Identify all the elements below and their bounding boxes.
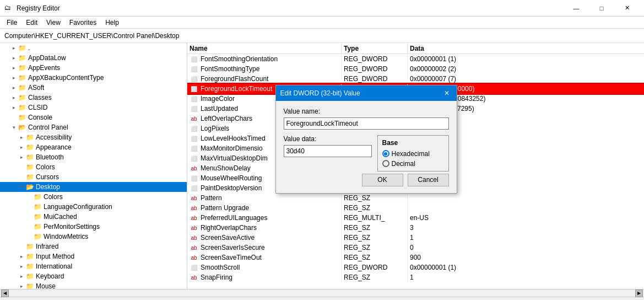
tree-item-langconfig[interactable]: 📁 LanguageConfiguration <box>0 202 187 212</box>
tree-label: CLSID <box>28 104 47 111</box>
table-row[interactable]: ab PreferredUILanguages REG_MULTI_ en-US <box>187 213 644 223</box>
tree-item-keyboard[interactable]: 📁 Keyboard <box>0 271 187 281</box>
folder-icon: 📁 <box>25 143 34 151</box>
tree-item-appevents[interactable]: 📁 AppEvents <box>0 63 187 73</box>
cell-name: ab ScreenSaveActive <box>187 233 342 243</box>
reg-dword-icon: ⬜ <box>190 85 198 93</box>
tree-item-inputmethod[interactable]: 📁 Input Method <box>0 251 187 261</box>
reg-sz-icon: ab <box>190 194 198 202</box>
tree-item-mouse[interactable]: 📁 Mouse <box>0 281 187 289</box>
menu-help[interactable]: Help <box>101 18 123 28</box>
window-controls: — □ ✕ <box>564 0 640 17</box>
cell-data: 1 <box>408 233 644 243</box>
table-row[interactable]: ab ScreenSaveTimeOut REG_SZ 900 <box>187 253 644 262</box>
tree-item-bluetooth[interactable]: 📁 Bluetooth <box>0 152 187 162</box>
reg-name: Pattern <box>201 194 222 202</box>
cell-name: ⬜ SmoothScroll <box>187 262 342 272</box>
scroll-right-btn[interactable]: ▶ <box>635 290 643 297</box>
menu-file[interactable]: File <box>2 18 21 28</box>
tree-item-permonitor[interactable]: 📁 PerMonitorSettings <box>0 222 187 232</box>
tree-item-appdatalow[interactable]: 📁 AppDataLow <box>0 53 187 63</box>
menu-view[interactable]: View <box>42 18 65 28</box>
cancel-button[interactable]: Cancel <box>408 174 449 186</box>
close-button[interactable]: ✕ <box>614 0 640 17</box>
horizontal-scrollbar[interactable]: ◀ ▶ <box>0 289 644 297</box>
table-row[interactable]: ab Pattern Upgrade REG_SZ <box>187 203 644 213</box>
tree-item-console[interactable]: 📁 Console <box>0 113 187 122</box>
folder-icon: 📁 <box>33 233 42 240</box>
reg-sz-icon: ab <box>190 224 198 232</box>
address-text: Computer\HKEY_CURRENT_USER\Control Panel… <box>4 32 179 40</box>
expand-arrow <box>10 64 18 72</box>
tree-item-asoft[interactable]: 📁 ASoft <box>0 83 187 93</box>
value-data-input[interactable] <box>284 145 372 157</box>
scroll-track <box>9 290 635 297</box>
tree-item-appxbackup[interactable]: 📁 AppXBackupContentType <box>0 73 187 83</box>
menu-favorites[interactable]: Favorites <box>65 18 101 28</box>
table-row[interactable]: ab SnapFiring REG_SZ 1 <box>187 272 644 282</box>
cell-data: 0x00000002 (2) <box>408 64 644 74</box>
tree-item-accessibility[interactable]: 📁 Accessibility <box>0 132 187 142</box>
value-name-label: Value name: <box>284 108 449 115</box>
tree-panel[interactable]: 📁 . 📁 AppDataLow 📁 AppEvents 📁 AppXBacku… <box>0 43 187 289</box>
dialog-body: Value name: Value data: Base Hexadecimal <box>276 101 457 193</box>
table-row[interactable]: ⬜ FontSmoothingOrientation REG_DWORD 0x0… <box>187 54 644 64</box>
expand-arrow <box>18 153 25 161</box>
reg-name: ScreenSaveTimeOut <box>201 254 262 261</box>
tree-label: AppEvents <box>28 64 60 72</box>
folder-icon: 📁 <box>33 223 42 231</box>
tree-item-clsid[interactable]: 📁 CLSID <box>0 103 187 113</box>
menu-edit[interactable]: Edit <box>21 18 42 28</box>
tree-item-colors[interactable]: 📁 Colors <box>0 162 187 172</box>
tree-item-desktop[interactable]: 📂 Desktop <box>0 182 187 192</box>
tree-item-infrared[interactable]: 📁 Infrared <box>0 242 187 251</box>
tree-item-appearance[interactable]: 📁 Appearance <box>0 142 187 152</box>
reg-sz-icon: ab <box>190 234 198 242</box>
radio-decimal[interactable]: Decimal <box>382 160 444 168</box>
reg-name: LastUpdated <box>201 105 238 113</box>
tree-item-windowmetrics[interactable]: 📁 WindowMetrics <box>0 232 187 242</box>
folder-icon: 📁 <box>18 104 26 111</box>
tree-item-controlpanel[interactable]: 📂 Control Panel <box>0 122 187 132</box>
tree-label: Appearance <box>36 143 72 151</box>
cell-name: ⬜ ForegroundFlashCount <box>187 74 342 84</box>
table-row[interactable]: ab RightOverlapChars REG_SZ 3 <box>187 223 644 233</box>
tree-label: PerMonitorSettings <box>44 223 100 231</box>
minimize-button[interactable]: — <box>564 0 589 17</box>
folder-icon: 📁 <box>18 64 26 72</box>
table-row[interactable]: ab Pattern REG_SZ <box>187 193 644 203</box>
table-row[interactable]: ⬜ ForegroundFlashCount REG_DWORD 0x00000… <box>187 74 644 84</box>
table-row[interactable]: ab ScreenSaverIsSecure REG_SZ 0 <box>187 243 644 253</box>
folder-icon: 📁 <box>25 163 34 171</box>
scroll-left-btn[interactable]: ◀ <box>1 290 9 297</box>
tree-item-muicached[interactable]: 📁 MuiCached <box>0 212 187 222</box>
tree-item-cursors[interactable]: 📁 Cursors <box>0 172 187 182</box>
tree-item-classes[interactable]: 📁 Classes <box>0 93 187 103</box>
folder-icon: 📁 <box>33 213 42 221</box>
radio-hexadecimal[interactable]: Hexadecimal <box>382 150 444 158</box>
expand-arrow <box>10 84 18 92</box>
cell-data: 0 <box>408 243 644 253</box>
reg-name: MenuShowDelay <box>201 164 251 172</box>
table-row[interactable]: ⬜ FontSmoothingType REG_DWORD 0x00000002… <box>187 64 644 74</box>
reg-sz-icon: ab <box>190 254 198 261</box>
tree-item-international[interactable]: 📁 International <box>0 261 187 271</box>
folder-icon: 📁 <box>18 94 26 101</box>
reg-dword-icon: ⬜ <box>190 105 198 113</box>
base-group: Base Hexadecimal Decimal <box>377 135 449 172</box>
dialog-close-button[interactable]: ✕ <box>441 88 452 99</box>
table-row[interactable]: ab ScreenSaveActive REG_SZ 1 <box>187 233 644 243</box>
maximize-button[interactable]: □ <box>589 0 614 17</box>
cell-type: REG_MULTI_ <box>342 213 408 223</box>
folder-icon: 📁 <box>33 203 42 211</box>
tree-label: WindowMetrics <box>44 233 88 240</box>
table-row[interactable]: ⬜ SmoothScroll REG_DWORD 0x00000001 (1) <box>187 262 644 272</box>
tree-item-desktop-colors[interactable]: 📁 Colors <box>0 192 187 202</box>
value-name-input[interactable] <box>284 117 449 130</box>
ok-button[interactable]: OK <box>362 174 403 186</box>
reg-dword-icon: ⬜ <box>190 154 198 162</box>
reg-name: FontSmoothingType <box>201 65 259 73</box>
cell-data: 0x00000001 (1) <box>408 262 644 272</box>
reg-name: PaintDesktopVersion <box>201 184 262 192</box>
tree-item-dot[interactable]: 📁 . <box>0 43 187 53</box>
